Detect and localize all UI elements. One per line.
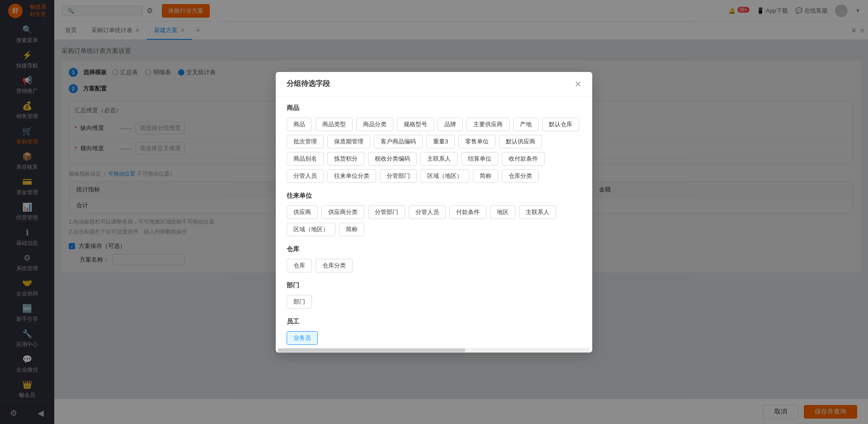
chip-shelf-life[interactable]: 保质期管理 [327,135,370,148]
modal-header: 分组待选字段 ✕ [276,72,592,97]
chip-warehouse[interactable]: 仓库 [287,259,312,272]
chip-partner-contact[interactable]: 主联系人 [519,205,556,219]
chip-partner-category[interactable]: 往来单位分类 [327,169,376,183]
chip-partner-shortname[interactable]: 简称 [339,223,364,236]
section-partner: 往来单位 供应商 供应商分类 分管部门 分管人员 付款条件 地区 主联系人 区域… [287,192,581,236]
chip-brand[interactable]: 品牌 [438,118,463,131]
modal-title: 分组待选字段 [287,79,330,89]
chip-batch-mgmt[interactable]: 批次管理 [287,135,324,148]
section-warehouse: 仓库 仓库 仓库分类 [287,245,581,272]
chip-partner-dept[interactable]: 分管部门 [368,205,405,219]
chip-district[interactable]: 地区 [490,205,515,219]
chip-pick-score[interactable]: 拣货积分 [327,152,364,166]
section-warehouse-title: 仓库 [287,245,581,253]
partner-chips: 供应商 供应商分类 分管部门 分管人员 付款条件 地区 主联系人 区域（地区） … [287,205,581,236]
chip-product-type[interactable]: 商品类型 [316,118,353,131]
section-partner-title: 往来单位 [287,192,581,200]
chip-warehouse-category[interactable]: 仓库分类 [502,169,539,183]
chip-default-supplier[interactable]: 默认供应商 [499,135,542,148]
chip-customer-code[interactable]: 客户商品编码 [374,135,423,148]
modal-close-btn[interactable]: ✕ [575,79,581,89]
chip-weight3[interactable]: 重量3 [426,135,455,148]
chip-product[interactable]: 商品 [287,118,312,131]
warehouse-chips: 仓库 仓库分类 [287,259,581,272]
chip-payment-cond[interactable]: 付款条件 [449,205,486,219]
section-dept: 部门 部门 [287,281,581,309]
section-product: 商品 商品 商品类型 商品分类 规格型号 品牌 主要供应商 产地 默认仓库 批次… [287,104,581,183]
employee-chips: 业务员 [287,331,581,345]
modal-body[interactable]: 商品 商品 商品类型 商品分类 规格型号 品牌 主要供应商 产地 默认仓库 批次… [276,97,592,348]
chip-spec-model[interactable]: 规格型号 [397,118,434,131]
chip-main-contact[interactable]: 主联系人 [420,152,458,166]
chip-manage-dept[interactable]: 分管部门 [380,169,417,183]
chip-product-category[interactable]: 商品分类 [356,118,393,131]
chip-main-supplier[interactable]: 主要供应商 [467,118,509,131]
chip-default-warehouse[interactable]: 默认仓库 [542,118,579,131]
modal-dialog: 分组待选字段 ✕ 商品 商品 商品类型 商品分类 规格型号 品牌 主要供应商 产… [276,72,592,353]
chip-salesman[interactable]: 业务员 [287,331,318,345]
chip-settle-unit[interactable]: 结算单位 [461,152,498,166]
chip-origin[interactable]: 产地 [513,118,538,131]
section-employee: 员工 业务员 [287,318,581,345]
chip-tax-code[interactable]: 税收分类编码 [368,152,417,166]
chip-partner-manager[interactable]: 分管人员 [409,205,446,219]
chip-retail-unit[interactable]: 零售单位 [458,135,495,148]
section-dept-title: 部门 [287,281,581,290]
chip-payment-terms[interactable]: 收付款条件 [502,152,545,166]
chip-dept[interactable]: 部门 [287,295,312,309]
section-employee-title: 员工 [287,318,581,326]
section-product-title: 商品 [287,104,581,112]
chip-manager[interactable]: 分管人员 [287,169,324,183]
product-chips: 商品 商品类型 商品分类 规格型号 品牌 主要供应商 产地 默认仓库 批次管理 … [287,118,581,183]
modal-h-scroll[interactable] [276,348,592,352]
chip-region-area[interactable]: 区域（地区） [420,169,469,183]
dept-chips: 部门 [287,295,581,309]
chip-partner-region[interactable]: 区域（地区） [287,223,335,236]
chip-short-name[interactable]: 简称 [473,169,498,183]
chip-warehouse-cat[interactable]: 仓库分类 [316,259,353,272]
chip-supplier[interactable]: 供应商 [287,205,318,219]
h-scrollbar-track [278,348,590,352]
chip-supplier-category[interactable]: 供应商分类 [321,205,364,219]
h-scrollbar-thumb [278,348,465,352]
chip-product-alias[interactable]: 商品别名 [287,152,324,166]
modal-overlay: 分组待选字段 ✕ 商品 商品 商品类型 商品分类 规格型号 品牌 主要供应商 产… [0,0,868,424]
